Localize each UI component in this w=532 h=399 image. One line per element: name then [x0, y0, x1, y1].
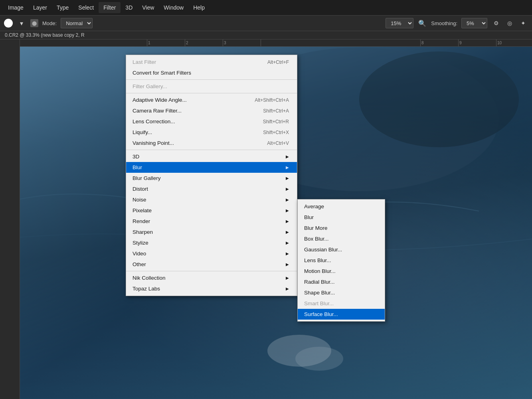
- menu-last-filter[interactable]: Last Filter Alt+Ctrl+F: [126, 57, 297, 67]
- menu-render[interactable]: Render ▶: [126, 216, 297, 227]
- menu-image[interactable]: Image: [3, 2, 28, 13]
- menu-nik-collection[interactable]: Nik Collection ▶: [126, 273, 297, 283]
- menu-view[interactable]: View: [137, 2, 159, 13]
- brush-settings-icon[interactable]: ▾: [17, 18, 26, 28]
- menu-video[interactable]: Video ▶: [126, 248, 297, 259]
- settings-icon[interactable]: ⚙: [491, 18, 501, 28]
- smoothing-dropdown[interactable]: 5%: [461, 18, 487, 28]
- blur-smart-blur[interactable]: Smart Blur...: [298, 298, 385, 309]
- separator-1: [126, 79, 297, 80]
- separator-2: [126, 93, 297, 93]
- ruler-mark-space: [261, 40, 420, 47]
- menu-other[interactable]: Other ▶: [126, 259, 297, 270]
- blur-average[interactable]: Average: [298, 201, 385, 212]
- menu-blur-item[interactable]: Blur ▶: [126, 162, 297, 173]
- menu-3d-item[interactable]: 3D ▶: [126, 151, 297, 162]
- ruler-mark-2: 2: [185, 40, 223, 47]
- stabilizer-icon[interactable]: ✦: [518, 18, 528, 28]
- content-area: 1 2 3 8 9 10 11 12 Last Filter Alt+Ctrl+…: [0, 40, 532, 399]
- blur-submenu: Average Blur Blur More Box Blur... Gauss…: [297, 199, 385, 322]
- blur-blur[interactable]: Blur: [298, 212, 385, 223]
- blur-blur-more[interactable]: Blur More: [298, 223, 385, 233]
- menu-filter-gallery[interactable]: Filter Gallery...: [126, 81, 297, 92]
- menu-vanishing-point[interactable]: Vanishing Point... Alt+Ctrl+V: [126, 138, 297, 148]
- menu-help[interactable]: Help: [188, 2, 210, 13]
- blur-box-blur[interactable]: Box Blur...: [298, 233, 385, 244]
- mode-dropdown[interactable]: Normal: [61, 18, 93, 28]
- menu-distort[interactable]: Distort ▶: [126, 184, 297, 194]
- separator-4: [126, 271, 297, 271]
- ruler-marks: 1 2 3 8 9 10 11 12: [147, 40, 532, 47]
- separator-3: [126, 150, 297, 150]
- menu-window[interactable]: Window: [159, 2, 188, 13]
- blur-gaussian-blur[interactable]: Gaussian Blur...: [298, 244, 385, 255]
- mode-label: Mode:: [42, 20, 57, 26]
- blur-surface-blur[interactable]: Surface Blur...: [298, 309, 385, 320]
- menu-filter[interactable]: Filter: [99, 2, 121, 13]
- menu-camera-raw-filter[interactable]: Camera Raw Filter... Shift+Ctrl+A: [126, 105, 297, 116]
- menu-select[interactable]: Select: [73, 2, 99, 13]
- svg-point-4: [295, 347, 343, 371]
- menu-pixelate[interactable]: Pixelate ▶: [126, 205, 297, 216]
- menu-liquify[interactable]: Liquify... Shift+Ctrl+X: [126, 127, 297, 138]
- menu-lens-correction[interactable]: Lens Correction... Shift+Ctrl+R: [126, 116, 297, 127]
- blur-shape-blur[interactable]: Shape Blur...: [298, 287, 385, 298]
- smoothing-label: Smoothing:: [431, 20, 457, 26]
- filter-dropdown-menu: Last Filter Alt+Ctrl+F Convert for Smart…: [126, 55, 297, 296]
- menu-noise[interactable]: Noise ▶: [126, 194, 297, 205]
- ruler-horizontal: 1 2 3 8 9 10 11 12: [20, 40, 532, 47]
- ruler-mark-9: 9: [458, 40, 496, 47]
- menu-blur-gallery[interactable]: Blur Gallery ▶: [126, 173, 297, 184]
- pressure-icon[interactable]: ◎: [505, 18, 514, 28]
- svg-point-2: [359, 51, 519, 147]
- app-layout: Image Layer Type Select Filter 3D View W…: [0, 0, 532, 399]
- toolbar: ▾ ⬤ Mode: Normal 15% 🔍 Smoothing: 5% ⚙ ◎…: [0, 15, 532, 31]
- zoom-icon[interactable]: 🔍: [417, 18, 427, 28]
- brush-type-icon[interactable]: ⬤: [30, 19, 38, 27]
- zoom-dropdown[interactable]: 15%: [386, 18, 413, 28]
- brush-preview: [4, 19, 13, 28]
- menu-3d[interactable]: 3D: [121, 2, 137, 13]
- ruler-mark-3: 3: [223, 40, 261, 47]
- menu-convert-smart-filters[interactable]: Convert for Smart Filters: [126, 67, 297, 78]
- menu-type[interactable]: Type: [52, 2, 73, 13]
- menu-stylize[interactable]: Stylize ▶: [126, 237, 297, 248]
- blur-lens-blur[interactable]: Lens Blur...: [298, 255, 385, 266]
- menu-bar: Image Layer Type Select Filter 3D View W…: [0, 0, 532, 15]
- blur-motion-blur[interactable]: Motion Blur...: [298, 266, 385, 277]
- blur-radial-blur[interactable]: Radial Blur...: [298, 277, 385, 287]
- tool-sidebar: [0, 40, 20, 399]
- ruler-mark-10: 10: [496, 40, 532, 47]
- menu-layer[interactable]: Layer: [28, 2, 52, 13]
- menu-adaptive-wide-angle[interactable]: Adaptive Wide Angle... Alt+Shift+Ctrl+A: [126, 95, 297, 105]
- menu-topaz-labs[interactable]: Topaz Labs ▶: [126, 283, 297, 294]
- ruler-mark-1: 1: [147, 40, 185, 47]
- file-title-bar: 0.CR2 @ 33.3% (new base copy 2, R: [0, 31, 532, 40]
- menu-sharpen[interactable]: Sharpen ▶: [126, 227, 297, 237]
- ruler-mark-8: 8: [420, 40, 458, 47]
